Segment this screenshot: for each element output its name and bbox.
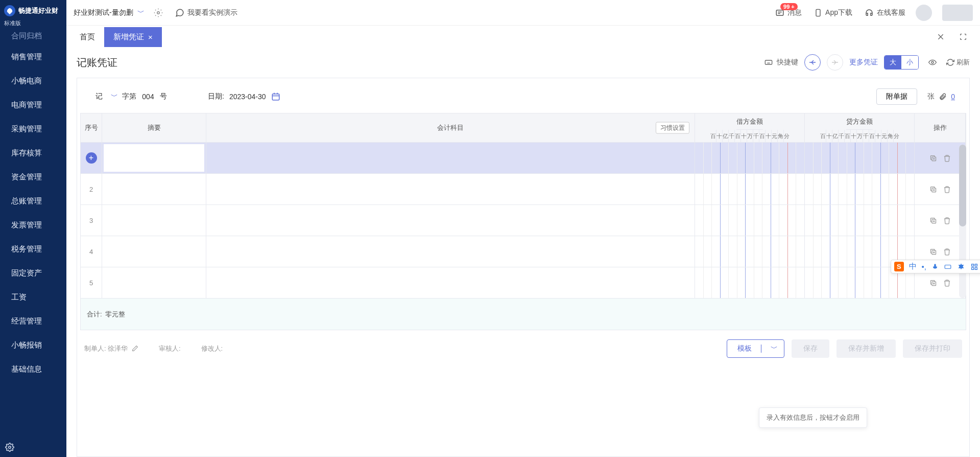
habit-settings-button[interactable]: 习惯设置 [656, 122, 689, 134]
chevron-down-icon[interactable]: ﹀ [111, 92, 118, 101]
demo-link[interactable]: 我要看实例演示 [175, 8, 237, 17]
app-download-button[interactable]: App下载 [814, 8, 852, 17]
more-vouchers-link[interactable]: 更多凭证 [849, 58, 878, 67]
refresh-button[interactable]: 刷新 [946, 58, 970, 67]
voucher-number[interactable]: 004 [140, 93, 156, 101]
messages-button[interactable]: 99 + 消息 [775, 8, 802, 17]
digit-cells[interactable] [695, 205, 804, 236]
copy-row-button[interactable] [929, 279, 937, 287]
cell-summary[interactable] [102, 174, 206, 204]
digit-cells[interactable] [695, 143, 804, 173]
digit-cells[interactable] [695, 174, 804, 204]
table-row[interactable]: 2 [81, 174, 966, 205]
delete-row-button[interactable] [943, 217, 951, 224]
voucher-type[interactable]: 记 [91, 92, 107, 101]
sidebar-settings-button[interactable] [0, 438, 66, 457]
delete-row-button[interactable] [943, 154, 951, 162]
shortcut-button[interactable]: 快捷键 [763, 58, 798, 67]
attach-button[interactable]: 附单据 [876, 88, 917, 105]
cell-account[interactable] [206, 236, 695, 267]
ime-skin-icon[interactable] [957, 263, 965, 271]
cell-summary[interactable] [102, 205, 206, 236]
cell-account[interactable] [206, 143, 695, 173]
next-voucher-button[interactable] [827, 54, 843, 71]
sidebar-item-invoice[interactable]: 发票管理 [0, 213, 66, 237]
sidebar-item-purchase[interactable]: 采购管理 [0, 117, 66, 141]
sidebar-item-basic[interactable]: 基础信息 [0, 357, 66, 381]
cell-credit[interactable] [805, 143, 915, 173]
org-settings-button[interactable] [154, 8, 163, 17]
table-row[interactable]: + [81, 143, 966, 174]
tab-home[interactable]: 首页 [70, 27, 104, 47]
sidebar-item-biz[interactable]: 经营管理 [0, 309, 66, 333]
avatar-small[interactable] [916, 5, 932, 21]
attach-count-num[interactable]: 0 [951, 93, 955, 101]
copy-row-button[interactable] [929, 186, 937, 193]
ime-keyboard-icon[interactable] [944, 263, 952, 270]
cell-account[interactable] [206, 267, 695, 298]
calendar-button[interactable] [271, 92, 280, 101]
cell-debit[interactable] [695, 267, 805, 298]
save-new-button[interactable]: 保存并新增 [836, 339, 896, 358]
save-print-button[interactable]: 保存并打印 [903, 339, 962, 358]
tab-close-button[interactable] [933, 29, 948, 44]
ime-toolbox-icon[interactable] [970, 263, 978, 271]
save-button[interactable]: 保存 [792, 339, 829, 358]
sidebar-item-xc-ecom[interactable]: 小畅电商 [0, 69, 66, 93]
org-selector[interactable]: 好业财测试-量勿删 ﹀ [74, 8, 145, 17]
table-row[interactable]: 4 [81, 236, 966, 267]
edit-icon[interactable] [132, 345, 138, 352]
avatar-wide[interactable] [942, 5, 973, 21]
sidebar-item-gl[interactable]: 总账管理 [0, 189, 66, 213]
delete-row-button[interactable] [943, 186, 951, 193]
visibility-button[interactable] [925, 55, 940, 70]
ime-toolbar[interactable]: S 中 •, [891, 260, 980, 273]
delete-row-button[interactable] [943, 279, 951, 287]
vertical-scrollbar[interactable] [959, 145, 966, 298]
sidebar-item-tax[interactable]: 税务管理 [0, 237, 66, 261]
summary-input[interactable] [104, 144, 204, 172]
prev-voucher-button[interactable] [804, 54, 821, 71]
copy-row-button[interactable] [929, 217, 937, 224]
digit-cells[interactable] [695, 236, 804, 267]
sidebar-item-expense[interactable]: 小畅报销 [0, 333, 66, 357]
cell-summary[interactable] [102, 236, 206, 267]
copy-row-button[interactable] [929, 248, 937, 256]
sidebar-item-ecom[interactable]: 电商管理 [0, 93, 66, 117]
add-row-button[interactable]: + [86, 152, 97, 164]
table-row[interactable]: 5 [81, 267, 966, 299]
template-button[interactable]: 模板 ﹀ [727, 339, 784, 358]
cell-credit[interactable] [805, 205, 915, 236]
fullscreen-button[interactable] [955, 29, 971, 44]
chevron-down-icon[interactable]: ﹀ [771, 344, 778, 353]
scrollbar-thumb[interactable] [959, 145, 966, 226]
cell-debit[interactable] [695, 143, 805, 173]
digit-cells[interactable] [805, 174, 914, 204]
digit-cells[interactable] [695, 267, 804, 298]
cell-summary[interactable] [102, 267, 206, 298]
size-big-button[interactable]: 大 [885, 56, 901, 69]
sidebar-item-inventory[interactable]: 库存核算 [0, 141, 66, 165]
table-row[interactable]: 3 [81, 205, 966, 236]
cell-credit[interactable] [805, 174, 915, 204]
sidebar-item-funds[interactable]: 资金管理 [0, 165, 66, 189]
digit-cells[interactable] [805, 143, 914, 173]
tab-new-voucher[interactable]: 新增凭证 × [104, 27, 162, 47]
cell-account[interactable] [206, 205, 695, 236]
cell-debit[interactable] [695, 236, 805, 267]
digit-cells[interactable] [805, 205, 914, 236]
cell-summary[interactable] [102, 143, 206, 173]
sidebar-item-clipped[interactable]: 合同归档 [0, 30, 66, 45]
copy-row-button[interactable] [929, 154, 937, 162]
size-small-button[interactable]: 小 [901, 56, 918, 69]
ime-zhong-icon[interactable]: 中 [909, 262, 917, 271]
ime-mic-icon[interactable] [931, 263, 939, 271]
cell-debit[interactable] [695, 174, 805, 204]
voucher-date-input[interactable]: 2023-04-30 [229, 93, 266, 101]
cell-debit[interactable] [695, 205, 805, 236]
sidebar-item-assets[interactable]: 固定资产 [0, 261, 66, 285]
sidebar-item-sales[interactable]: 销售管理 [0, 45, 66, 69]
cell-account[interactable] [206, 174, 695, 204]
sidebar-item-salary[interactable]: 工资 [0, 285, 66, 309]
delete-row-button[interactable] [943, 248, 951, 256]
